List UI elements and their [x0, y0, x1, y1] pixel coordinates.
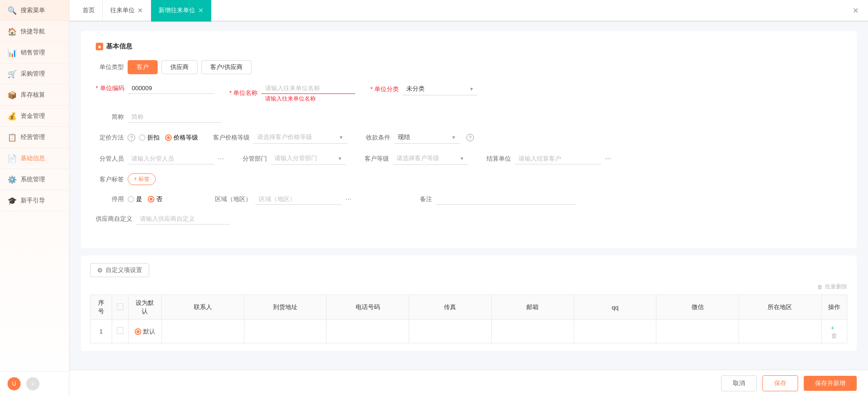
- remark-input[interactable]: [436, 194, 577, 205]
- header-checkbox[interactable]: [117, 303, 123, 310]
- region-row-input[interactable]: [744, 328, 816, 335]
- settlement-field: 结算单位 ···: [483, 153, 611, 164]
- cell-wechat[interactable]: [656, 320, 739, 343]
- add-tag-button[interactable]: + 标签: [128, 173, 156, 185]
- batch-delete-label: 批量删除: [825, 283, 847, 291]
- sidebar-item-label: 系统管理: [21, 175, 45, 184]
- region-more-btn[interactable]: ···: [345, 195, 351, 203]
- dept-label: 分管部门: [239, 155, 267, 163]
- sidebar-item-system[interactable]: ⚙️ 系统管理: [0, 169, 69, 190]
- window-close-icon[interactable]: ✕: [849, 4, 862, 17]
- tab-partners-close[interactable]: ✕: [137, 7, 143, 14]
- col-checkbox: [112, 295, 128, 320]
- cell-email[interactable]: [491, 320, 574, 343]
- expand-icon[interactable]: ≡: [26, 377, 39, 390]
- customer-level-placeholder: 请选择客户等级: [396, 154, 457, 163]
- sidebar-item-ops[interactable]: 📋 经营管理: [0, 127, 69, 148]
- unit-category-select[interactable]: 未分类 ▼: [403, 83, 478, 95]
- pricing-row: 定价方法 ? 折扣 价格等级 客户价格等级: [96, 131, 842, 144]
- manager-more-btn[interactable]: ···: [218, 155, 224, 163]
- region-input[interactable]: [255, 194, 342, 205]
- tab-partners[interactable]: 往来单位 ✕: [103, 0, 151, 21]
- cell-checkbox: [112, 320, 128, 343]
- payment-terms-arrow: ▼: [451, 135, 456, 140]
- row-add-btn[interactable]: ＋: [830, 324, 836, 331]
- sidebar-item-guide[interactable]: 🎓 新手引导: [0, 190, 69, 211]
- short-name-input[interactable]: [128, 111, 221, 123]
- btn-both[interactable]: 客户/供应商: [201, 60, 251, 74]
- tag-row: 客户标签 + 标签: [96, 173, 842, 185]
- settlement-input[interactable]: [515, 153, 601, 164]
- short-name-field: 简称: [96, 111, 221, 123]
- dept-placeholder: 请输入分管部门: [274, 154, 335, 163]
- settlement-more-btn[interactable]: ···: [605, 155, 611, 163]
- disabled-yes-radio[interactable]: 是: [128, 195, 142, 203]
- unit-name-input[interactable]: [261, 83, 355, 94]
- unit-category-value: 未分类: [406, 85, 467, 93]
- sidebar-item-label: 销售管理: [21, 48, 45, 57]
- type-buttons: 客户 供应商 客户/供应商: [128, 60, 251, 74]
- tab-home[interactable]: 首页: [75, 0, 103, 21]
- payment-help-icon[interactable]: ?: [466, 134, 474, 141]
- sidebar-item-search[interactable]: 🔍 搜索菜单: [0, 0, 69, 21]
- cell-contact[interactable]: [162, 320, 244, 343]
- disabled-radio-group: 是 否: [128, 195, 162, 203]
- row-delete-btn[interactable]: 🗑: [831, 332, 837, 339]
- cell-region[interactable]: [739, 320, 822, 343]
- row-checkbox[interactable]: [117, 327, 123, 334]
- sidebar-item-quick-nav[interactable]: 🏠 快捷导航: [0, 21, 69, 42]
- disabled-no-radio[interactable]: 否: [148, 195, 162, 203]
- qq-input[interactable]: [579, 328, 652, 335]
- cancel-button[interactable]: 取消: [721, 375, 757, 391]
- custom-settings-button[interactable]: ⚙ 自定义项设置: [90, 263, 149, 277]
- customer-level-select[interactable]: 请选择客户等级 ▼: [393, 152, 468, 165]
- pricing-help-icon[interactable]: ?: [128, 134, 135, 141]
- sidebar-item-basic[interactable]: 📄 基础信息: [0, 148, 69, 169]
- address-input[interactable]: [249, 328, 322, 335]
- save-new-button[interactable]: 保存并新增: [804, 376, 857, 391]
- dept-select[interactable]: 请输入分管部门 ▼: [271, 152, 346, 165]
- table-actions: 🗑 批量删除: [90, 283, 847, 291]
- fax-input[interactable]: [414, 328, 487, 335]
- tab-new-partner-close[interactable]: ✕: [198, 7, 204, 14]
- disabled-no-label: 否: [156, 195, 162, 203]
- btn-supplier[interactable]: 供应商: [161, 60, 198, 74]
- sidebar-item-sales[interactable]: 📊 销售管理: [0, 42, 69, 63]
- cell-fax[interactable]: [409, 320, 492, 343]
- pricing-price-level-radio[interactable]: 价格等级: [165, 133, 198, 142]
- cell-phone[interactable]: [327, 320, 409, 343]
- col-fax: 传真: [409, 295, 492, 320]
- email-input[interactable]: [496, 328, 569, 335]
- customer-price-level-select[interactable]: 请选择客户价格等级 ▼: [253, 131, 347, 144]
- cell-address[interactable]: [244, 320, 327, 343]
- save-button[interactable]: 保存: [762, 375, 798, 391]
- btn-customer[interactable]: 客户: [128, 60, 158, 74]
- batch-delete-button[interactable]: 🗑 批量删除: [817, 283, 847, 291]
- supplier-custom-field: 供应商自定义: [96, 213, 230, 225]
- wechat-input[interactable]: [661, 328, 734, 335]
- user-avatar[interactable]: U: [8, 377, 21, 390]
- col-default: 设为默认: [128, 295, 161, 320]
- contact-input[interactable]: [167, 328, 239, 335]
- pricing-discount-radio[interactable]: 折扣: [139, 133, 160, 142]
- dept-arrow: ▼: [337, 156, 342, 161]
- tab-bar: 首页 往来单位 ✕ 新增往来单位 ✕ ✕: [69, 0, 868, 22]
- sidebar-item-purchase[interactable]: 🛒 采购管理: [0, 63, 69, 85]
- sidebar: 🔍 搜索菜单 🏠 快捷导航 📊 销售管理 🛒 采购管理 📦 库存核算 💰 资金管…: [0, 0, 69, 396]
- sidebar-item-inventory[interactable]: 📦 库存核算: [0, 85, 69, 106]
- table-row: 1 默认: [91, 320, 847, 343]
- phone-input[interactable]: [331, 328, 404, 335]
- row-default-radio[interactable]: 默认: [133, 327, 157, 336]
- sidebar-item-finance[interactable]: 💰 资金管理: [0, 106, 69, 127]
- col-phone: 电话号码: [327, 295, 409, 320]
- tab-new-partner[interactable]: 新增往来单位 ✕: [151, 0, 212, 22]
- payment-terms-select[interactable]: 现结 ▼: [394, 131, 460, 144]
- add-tag-label: + 标签: [134, 175, 150, 183]
- supplier-custom-input[interactable]: [136, 213, 230, 225]
- col-email: 邮箱: [491, 295, 574, 320]
- col-region: 所在地区: [739, 295, 822, 320]
- cell-qq[interactable]: [574, 320, 656, 343]
- manager-input[interactable]: [128, 153, 214, 164]
- unit-code-input[interactable]: [128, 83, 214, 94]
- col-contact: 联系人: [162, 295, 244, 320]
